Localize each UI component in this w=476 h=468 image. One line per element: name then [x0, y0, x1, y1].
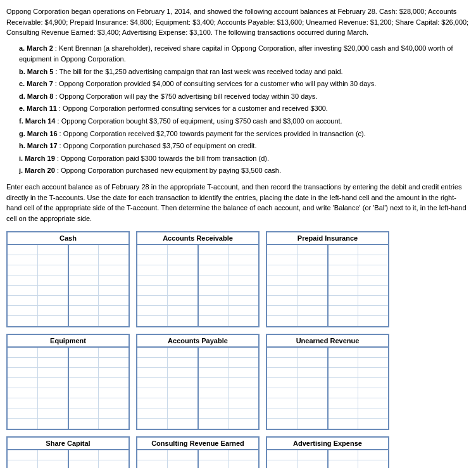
debit-date-cell[interactable] [267, 398, 298, 408]
debit-amount-cell[interactable] [38, 450, 68, 460]
credit-amount-cell[interactable] [229, 316, 258, 326]
debit-date-cell[interactable] [137, 358, 168, 368]
credit-date-cell[interactable] [329, 245, 359, 255]
credit-date-cell[interactable] [199, 245, 229, 255]
credit-amount-cell[interactable] [229, 378, 258, 388]
credit-date-cell[interactable] [329, 408, 359, 419]
debit-date-cell[interactable] [8, 388, 38, 398]
credit-amount-cell[interactable] [229, 348, 258, 358]
debit-amount-cell[interactable] [38, 316, 68, 326]
credit-amount-cell[interactable] [358, 419, 388, 429]
debit-date-cell[interactable] [8, 348, 38, 358]
credit-amount-cell[interactable] [99, 398, 128, 408]
credit-date-cell[interactable] [69, 245, 99, 255]
credit-date-cell[interactable] [199, 460, 229, 468]
debit-amount-cell[interactable] [38, 460, 68, 468]
credit-amount-cell[interactable] [358, 245, 388, 255]
debit-date-cell[interactable] [137, 286, 168, 296]
credit-amount-cell[interactable] [99, 306, 128, 316]
debit-amount-cell[interactable] [168, 306, 197, 316]
debit-amount-cell[interactable] [38, 419, 68, 429]
debit-amount-cell[interactable] [38, 398, 68, 408]
debit-amount-cell[interactable] [38, 378, 68, 388]
debit-date-cell[interactable] [8, 450, 38, 460]
credit-date-cell[interactable] [329, 450, 359, 460]
debit-amount-cell[interactable] [298, 255, 327, 265]
debit-date-cell[interactable] [137, 378, 168, 388]
credit-date-cell[interactable] [69, 368, 99, 378]
debit-amount-cell[interactable] [168, 419, 197, 429]
credit-date-cell[interactable] [69, 358, 99, 368]
debit-amount-cell[interactable] [298, 450, 327, 460]
debit-date-cell[interactable] [137, 306, 168, 316]
debit-date-cell[interactable] [137, 245, 168, 255]
debit-amount-cell[interactable] [168, 348, 197, 358]
credit-amount-cell[interactable] [229, 275, 258, 286]
credit-date-cell[interactable] [69, 378, 99, 388]
credit-date-cell[interactable] [69, 286, 99, 296]
debit-date-cell[interactable] [8, 398, 38, 408]
debit-date-cell[interactable] [8, 255, 38, 265]
credit-date-cell[interactable] [199, 408, 229, 419]
debit-amount-cell[interactable] [38, 286, 68, 296]
credit-date-cell[interactable] [199, 265, 229, 275]
debit-amount-cell[interactable] [298, 368, 327, 378]
credit-date-cell[interactable] [329, 275, 359, 286]
credit-date-cell[interactable] [199, 378, 229, 388]
debit-amount-cell[interactable] [298, 378, 327, 388]
credit-date-cell[interactable] [199, 358, 229, 368]
credit-amount-cell[interactable] [358, 388, 388, 398]
debit-amount-cell[interactable] [38, 255, 68, 265]
debit-amount-cell[interactable] [168, 316, 197, 326]
debit-date-cell[interactable] [137, 275, 168, 286]
credit-amount-cell[interactable] [358, 398, 388, 408]
debit-amount-cell[interactable] [38, 388, 68, 398]
credit-date-cell[interactable] [199, 368, 229, 378]
debit-amount-cell[interactable] [168, 358, 197, 368]
credit-date-cell[interactable] [329, 316, 359, 326]
credit-date-cell[interactable] [69, 388, 99, 398]
credit-date-cell[interactable] [199, 275, 229, 286]
credit-amount-cell[interactable] [229, 419, 258, 429]
debit-amount-cell[interactable] [38, 368, 68, 378]
debit-amount-cell[interactable] [168, 408, 197, 419]
debit-date-cell[interactable] [8, 316, 38, 326]
credit-date-cell[interactable] [199, 348, 229, 358]
debit-date-cell[interactable] [137, 265, 168, 275]
debit-amount-cell[interactable] [298, 296, 327, 306]
credit-amount-cell[interactable] [99, 265, 128, 275]
credit-amount-cell[interactable] [99, 275, 128, 286]
credit-date-cell[interactable] [199, 398, 229, 408]
credit-amount-cell[interactable] [229, 460, 258, 468]
credit-amount-cell[interactable] [358, 275, 388, 286]
credit-amount-cell[interactable] [99, 245, 128, 255]
credit-amount-cell[interactable] [358, 358, 388, 368]
debit-amount-cell[interactable] [168, 296, 197, 306]
debit-amount-cell[interactable] [168, 378, 197, 388]
credit-amount-cell[interactable] [229, 368, 258, 378]
debit-date-cell[interactable] [267, 378, 298, 388]
debit-amount-cell[interactable] [38, 348, 68, 358]
credit-amount-cell[interactable] [229, 255, 258, 265]
credit-amount-cell[interactable] [229, 306, 258, 316]
credit-date-cell[interactable] [69, 408, 99, 419]
credit-amount-cell[interactable] [229, 286, 258, 296]
debit-amount-cell[interactable] [298, 408, 327, 419]
debit-date-cell[interactable] [267, 358, 298, 368]
debit-amount-cell[interactable] [298, 388, 327, 398]
debit-amount-cell[interactable] [298, 316, 327, 326]
credit-date-cell[interactable] [69, 306, 99, 316]
debit-amount-cell[interactable] [298, 358, 327, 368]
credit-amount-cell[interactable] [99, 348, 128, 358]
credit-amount-cell[interactable] [358, 348, 388, 358]
debit-date-cell[interactable] [267, 286, 298, 296]
debit-date-cell[interactable] [267, 460, 298, 468]
credit-amount-cell[interactable] [99, 388, 128, 398]
credit-amount-cell[interactable] [229, 408, 258, 419]
debit-date-cell[interactable] [8, 368, 38, 378]
debit-date-cell[interactable] [137, 388, 168, 398]
debit-amount-cell[interactable] [298, 348, 327, 358]
debit-amount-cell[interactable] [298, 265, 327, 275]
credit-amount-cell[interactable] [99, 378, 128, 388]
credit-date-cell[interactable] [329, 265, 359, 275]
